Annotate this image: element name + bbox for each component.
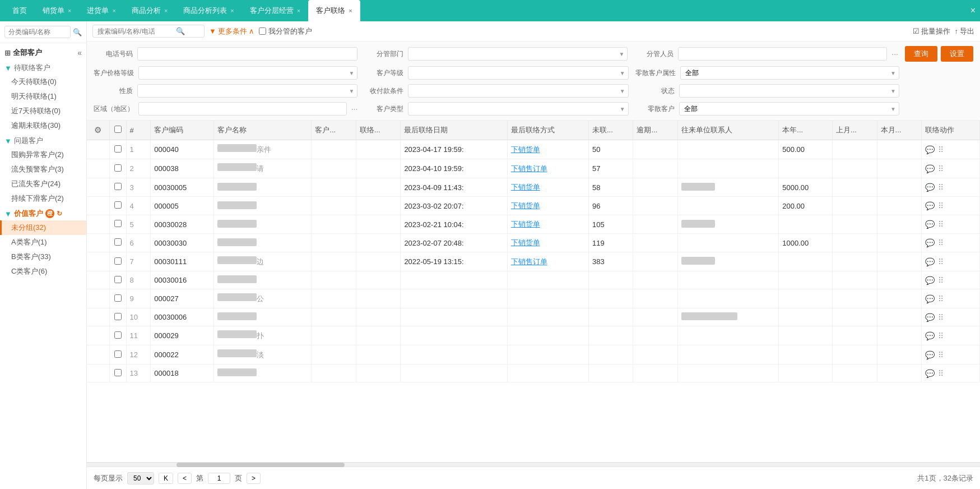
row-settings[interactable]: [87, 178, 109, 197]
contact-icon[interactable]: 💬: [925, 257, 935, 266]
region-input[interactable]: [138, 102, 347, 116]
sidebar-item-declining[interactable]: 持续下滑客户(2): [0, 191, 86, 206]
row-settings[interactable]: [87, 159, 109, 178]
row-checkbox[interactable]: [114, 257, 122, 265]
tab-product-analysis-list[interactable]: 商品分析列表 ×: [175, 0, 241, 21]
payment-select[interactable]: [408, 84, 628, 98]
row-checkbox[interactable]: [114, 145, 122, 153]
row-checkbox[interactable]: [114, 350, 122, 358]
batch-operation-button[interactable]: ☑ 批量操作: [913, 26, 950, 36]
retail-attr-select[interactable]: 全部: [680, 66, 899, 80]
window-close-button[interactable]: ×: [970, 6, 976, 16]
scrollbar-thumb[interactable]: [177, 463, 345, 467]
dots-icon[interactable]: ···: [891, 49, 898, 58]
tab-product-analysis[interactable]: 商品分析 ×: [124, 0, 175, 21]
row-last-method-link[interactable]: 下销货单: [511, 183, 540, 191]
more-icon[interactable]: ⠿: [938, 220, 944, 229]
row-last-method-link[interactable]: 下销售订单: [511, 257, 547, 266]
row-last-method-link[interactable]: 下销售订单: [511, 164, 547, 173]
row-checkbox[interactable]: [114, 220, 122, 227]
row-checkbox[interactable]: [114, 331, 122, 339]
more-icon[interactable]: ⠿: [938, 350, 944, 359]
close-icon[interactable]: ×: [164, 7, 168, 14]
contact-icon[interactable]: 💬: [925, 201, 935, 210]
contact-icon[interactable]: 💬: [925, 164, 935, 173]
more-icon[interactable]: ⠿: [938, 276, 944, 285]
retail-customer-select[interactable]: 全部: [679, 102, 899, 116]
more-icon[interactable]: ⠿: [938, 369, 944, 378]
sidebar-item-today[interactable]: 今天待联络(0): [0, 75, 86, 89]
more-icon[interactable]: ⠿: [938, 145, 944, 154]
first-page-button[interactable]: K: [159, 473, 173, 484]
query-button[interactable]: 查询: [905, 46, 937, 62]
row-settings[interactable]: [87, 252, 109, 271]
price-level-select[interactable]: [138, 66, 357, 80]
sidebar-item-overdue[interactable]: 逾期未联络(30): [0, 118, 86, 133]
tab-sales-order[interactable]: 销货单 ×: [35, 0, 79, 21]
phone-input[interactable]: [137, 47, 357, 61]
contact-icon[interactable]: 💬: [925, 220, 935, 229]
collapse-icon[interactable]: «: [77, 48, 82, 57]
sidebar-group-value[interactable]: ▼ 价值客户 橙 ↻: [0, 206, 86, 220]
customer-type-select[interactable]: [408, 102, 628, 116]
customer-level-select[interactable]: [408, 66, 628, 80]
sidebar-group-pending[interactable]: ▼ 待联络客户: [0, 60, 86, 75]
row-last-method-link[interactable]: 下销货单: [511, 238, 540, 247]
sidebar-item-churned[interactable]: 已流失客户(24): [0, 177, 86, 191]
nature-select[interactable]: [137, 84, 357, 98]
contact-icon[interactable]: 💬: [925, 145, 935, 154]
reset-button[interactable]: 设置: [941, 46, 973, 62]
sidebar-item-class-c[interactable]: C类客户(6): [0, 264, 86, 279]
select-all-checkbox[interactable]: [114, 126, 122, 133]
settings-header[interactable]: ⚙: [87, 121, 109, 140]
row-checkbox[interactable]: [114, 164, 122, 172]
row-settings[interactable]: [87, 140, 109, 159]
tab-home[interactable]: 首页: [4, 0, 35, 21]
row-settings[interactable]: [87, 365, 109, 382]
row-last-method-link[interactable]: 下销货单: [511, 145, 540, 154]
sidebar-item-ungroup[interactable]: 未分组(32): [0, 220, 86, 235]
sidebar-item-abnormal[interactable]: 囤购异常客户(2): [0, 147, 86, 162]
row-checkbox[interactable]: [114, 294, 122, 302]
more-icon[interactable]: ⠿: [938, 313, 944, 322]
sidebar-item-7days[interactable]: 近7天待联络(0): [0, 104, 86, 118]
row-settings[interactable]: [87, 308, 109, 326]
prev-page-button[interactable]: <: [178, 473, 192, 484]
dept-select[interactable]: [408, 47, 628, 61]
row-settings[interactable]: [87, 215, 109, 234]
row-settings[interactable]: [87, 197, 109, 215]
row-settings[interactable]: [87, 326, 109, 345]
contact-icon[interactable]: 💬: [925, 238, 935, 247]
sidebar-item-class-a[interactable]: A类客户(1): [0, 235, 86, 250]
horizontal-scrollbar[interactable]: [87, 462, 980, 467]
sidebar-search-icon[interactable]: 🔍: [73, 28, 82, 36]
more-icon[interactable]: ⠿: [938, 164, 944, 173]
person-input[interactable]: [678, 47, 887, 61]
row-checkbox[interactable]: [114, 201, 122, 209]
more-icon[interactable]: ⠿: [938, 257, 944, 266]
tab-customer-tier[interactable]: 客户分层经营 ×: [242, 0, 308, 21]
row-checkbox[interactable]: [114, 313, 122, 320]
sidebar-item-churn-warning[interactable]: 流失预警客户(3): [0, 162, 86, 177]
close-icon[interactable]: ×: [112, 7, 115, 14]
row-settings[interactable]: [87, 271, 109, 289]
all-customers-header[interactable]: ⊞ 全部客户 «: [0, 43, 86, 60]
sidebar-item-class-b[interactable]: B类客户(33): [0, 250, 86, 264]
search-input[interactable]: [97, 27, 176, 35]
row-last-method-link[interactable]: 下销货单: [511, 220, 540, 228]
more-icon[interactable]: ⠿: [938, 238, 944, 247]
per-page-select[interactable]: 50: [127, 472, 154, 485]
more-icon[interactable]: ⠿: [938, 331, 944, 340]
my-customers-check[interactable]: [259, 27, 266, 35]
contact-icon[interactable]: 💬: [925, 331, 935, 340]
close-icon[interactable]: ×: [297, 7, 300, 14]
row-checkbox[interactable]: [114, 276, 122, 283]
row-settings[interactable]: [87, 289, 109, 308]
next-page-button[interactable]: >: [247, 473, 261, 484]
dots-icon[interactable]: ···: [351, 104, 358, 113]
page-number-input[interactable]: [208, 473, 230, 484]
refresh-icon[interactable]: ↻: [57, 210, 62, 218]
row-checkbox[interactable]: [114, 183, 122, 190]
search-icon[interactable]: 🔍: [176, 27, 185, 35]
tab-customer-contact[interactable]: 客户联络 ×: [308, 0, 360, 21]
